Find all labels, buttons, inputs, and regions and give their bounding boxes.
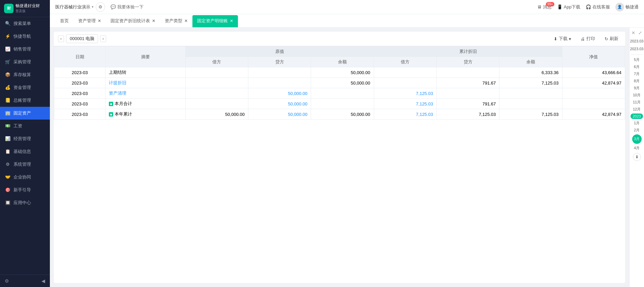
sidebar-item-apps[interactable]: 🔲应用中心 bbox=[0, 196, 50, 209]
cell-date: 2023-03 bbox=[54, 88, 105, 99]
tab-label: 资产管理 bbox=[78, 18, 96, 24]
desc-link[interactable]: 资产清理 bbox=[109, 91, 126, 96]
messages-button[interactable]: 🖥 消息 99+ bbox=[537, 4, 552, 10]
cell-orig-balance bbox=[311, 88, 374, 99]
sidebar-item-system[interactable]: ⚙系统管理 bbox=[0, 158, 50, 171]
panel-expand-icon[interactable]: ⤢ bbox=[638, 30, 643, 36]
sidebar-item-search[interactable]: 🔍搜索菜单 bbox=[0, 17, 50, 30]
panel-down-button[interactable]: ⬇ bbox=[633, 153, 641, 161]
sidebar-item-capital[interactable]: 💰资金管理 bbox=[0, 81, 50, 94]
topbar-settings-button[interactable]: ⚙ bbox=[96, 2, 105, 12]
support-button[interactable]: 🎧 在线客服 bbox=[586, 4, 610, 10]
sidebar-item-quicknav[interactable]: ⚡快捷导航 bbox=[0, 30, 50, 43]
print-button[interactable]: 🖨 打印 bbox=[578, 35, 598, 43]
logo-icon: 财 bbox=[4, 4, 13, 13]
sidebar-item-basic[interactable]: 📋基础信息 bbox=[0, 145, 50, 158]
sidebar-label: 库存核算 bbox=[13, 72, 31, 78]
sidebar-label: 总账管理 bbox=[13, 97, 31, 103]
sidebar-item-cooperation[interactable]: 🤝企业协同 bbox=[0, 171, 50, 184]
month-item[interactable]: 6月 bbox=[630, 63, 644, 70]
sidebar-item-payroll[interactable]: 💵工资 bbox=[0, 120, 50, 132]
sidebar-label: 系统管理 bbox=[13, 161, 31, 167]
cell-acc-debit bbox=[374, 67, 436, 78]
sidebar-item-sales[interactable]: 📈销售管理 bbox=[0, 43, 50, 56]
support-icon: 🎧 bbox=[586, 4, 591, 9]
username: 畅捷通 bbox=[625, 4, 639, 10]
th-acc-balance: 余额 bbox=[499, 57, 562, 67]
sidebar-label: 应用中心 bbox=[13, 200, 31, 206]
sidebar-label: 工资 bbox=[13, 123, 22, 129]
cell-desc: 计提折旧 bbox=[105, 78, 185, 88]
sidebar-label: 搜索菜单 bbox=[13, 21, 31, 27]
cell-orig-debit bbox=[185, 78, 248, 88]
app-download-button[interactable]: 📱 App下载 bbox=[557, 4, 580, 10]
right-panel: ✕ ⤢ 2023.03 2023.03 5月6月7月8月9月10月11月12月2… bbox=[629, 28, 644, 287]
sidebar-item-newbie[interactable]: 🎯新手引导 bbox=[0, 184, 50, 196]
sidebar-item-fixed[interactable]: 🏢固定资产 bbox=[0, 107, 50, 120]
ledger-icon: 📒 bbox=[5, 97, 11, 103]
tab-label: 固定资产折旧统计表 bbox=[111, 18, 150, 24]
tab-close-icon[interactable]: ✕ bbox=[152, 19, 155, 23]
messages-icon: 🖥 bbox=[537, 4, 542, 9]
tab-close-icon[interactable]: ✕ bbox=[230, 19, 233, 23]
sidebar-logo: 财 畅捷通好业财 普及版 bbox=[0, 0, 50, 17]
month-item[interactable]: 7月 bbox=[630, 70, 644, 77]
tab-asset-type[interactable]: 资产类型✕ bbox=[160, 15, 192, 27]
sidebar-item-inventory[interactable]: 📦库存核算 bbox=[0, 68, 50, 81]
tab-close-icon[interactable]: ✕ bbox=[98, 19, 101, 23]
next-asset-button[interactable]: › bbox=[100, 35, 106, 42]
print-icon: 🖨 bbox=[581, 36, 585, 41]
month-item[interactable]: 10月 bbox=[630, 92, 644, 99]
fixed-icon: 🏢 bbox=[5, 110, 11, 116]
month-item[interactable]: 5月 bbox=[630, 56, 644, 63]
download-button[interactable]: ⬇ 下载 ▾ bbox=[551, 35, 574, 43]
cell-acc-debit: 7,125.03 bbox=[374, 109, 436, 120]
th-date: 日期 bbox=[54, 46, 105, 67]
month-item[interactable]: 1月 bbox=[630, 120, 644, 127]
collapse-icon[interactable]: ◀ bbox=[41, 278, 45, 284]
toolbar-left: ‹ 000001 电脑 › bbox=[58, 34, 106, 43]
month-item[interactable]: 2月 bbox=[630, 127, 644, 134]
desc-link[interactable]: 计提折旧 bbox=[109, 80, 126, 85]
sidebar: 财 畅捷通好业财 普及版 🔍搜索菜单⚡快捷导航📈销售管理🛒采购管理📦库存核算💰资… bbox=[0, 0, 50, 287]
month-item[interactable]: 9月 bbox=[630, 85, 644, 92]
tab-depreciation-stats[interactable]: 固定资产折旧统计表✕ bbox=[106, 15, 160, 27]
cell-acc-balance bbox=[499, 99, 562, 109]
tab-close-icon[interactable]: ✕ bbox=[184, 19, 188, 23]
tab-asset-ledger[interactable]: 固定资产明细账✕ bbox=[192, 15, 238, 27]
panel-close-icon[interactable]: ✕ bbox=[631, 30, 636, 36]
experience-button[interactable]: 💬 我要体验一下 bbox=[107, 3, 147, 11]
sidebar-item-operations[interactable]: 📊经营管理 bbox=[0, 132, 50, 145]
company-selector[interactable]: 医疗器械行业演示 ▾ bbox=[55, 4, 94, 10]
month-item-active[interactable]: 3月 bbox=[632, 134, 642, 144]
month-item[interactable]: 8月 bbox=[630, 77, 644, 85]
sidebar-footer: ⚙ ◀ bbox=[0, 275, 50, 287]
sidebar-item-purchase[interactable]: 🛒采购管理 bbox=[0, 56, 50, 68]
settings-icon[interactable]: ⚙ bbox=[5, 278, 9, 284]
table-row: 2023-03 计提折旧 50,000.00 791.67 7,125.03 4… bbox=[54, 78, 625, 88]
newbie-icon: 🎯 bbox=[5, 187, 11, 193]
user-menu[interactable]: 👤 畅捷通 bbox=[615, 3, 639, 11]
cell-acc-credit bbox=[436, 88, 499, 99]
refresh-button[interactable]: ↻ 刷新 bbox=[602, 35, 621, 43]
tab-asset-management[interactable]: 资产管理✕ bbox=[73, 15, 106, 27]
cell-net bbox=[562, 88, 625, 99]
th-acc-debit: 借方 bbox=[374, 57, 436, 67]
sidebar-item-ledger[interactable]: 📒总账管理 bbox=[0, 94, 50, 107]
month-item[interactable]: 12月 bbox=[630, 106, 644, 113]
payroll-icon: 💵 bbox=[5, 123, 11, 129]
tab-home[interactable]: 首页 bbox=[55, 15, 73, 27]
basic-icon: 📋 bbox=[5, 149, 11, 155]
prev-asset-button[interactable]: ‹ bbox=[58, 35, 64, 42]
topbar: 医疗器械行业演示 ▾ ⚙ 💬 我要体验一下 🖥 消息 99+ 📱 App下载 🎧… bbox=[50, 0, 644, 14]
download-chevron: ▾ bbox=[569, 36, 571, 41]
sidebar-label: 资金管理 bbox=[13, 85, 31, 91]
sidebar-label: 基础信息 bbox=[13, 149, 31, 155]
month-item[interactable]: 11月 bbox=[630, 99, 644, 106]
month-item[interactable]: 4月 bbox=[630, 145, 644, 152]
table-row: 2023-03 资产清理 50,000.00 7,125.03 bbox=[54, 88, 625, 99]
company-chevron-icon: ▾ bbox=[92, 5, 94, 9]
sidebar-label: 新手引导 bbox=[13, 187, 31, 193]
sidebar-label: 采购管理 bbox=[13, 59, 31, 65]
th-orig-debit: 借方 bbox=[185, 57, 248, 67]
